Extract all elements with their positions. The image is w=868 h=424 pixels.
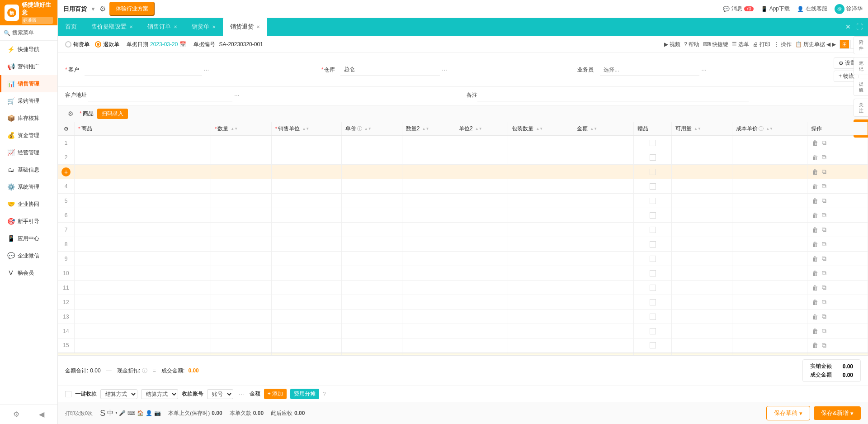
col-settings[interactable]: ⚙ [58,122,75,136]
row-price-12[interactable] [341,295,402,310]
row-qty2-10[interactable] [402,266,455,281]
price-sort[interactable]: ▲▼ [364,127,372,131]
row-available-6[interactable] [672,208,732,223]
prev-icon[interactable]: ◀ [826,41,830,48]
row-cost-6[interactable] [732,208,807,223]
delete-btn-11[interactable]: 🗑 [811,283,819,292]
gift-checkbox-7[interactable] [650,227,656,233]
row-available-1[interactable] [672,136,732,150]
calendar-icon[interactable]: 📅 [179,41,186,48]
tab-return-close[interactable]: ✕ [256,24,260,29]
help-btn[interactable]: ? 帮助 [684,41,699,48]
qty2-sort[interactable]: ▲▼ [422,127,429,131]
table-settings-icon[interactable]: ⚙ [65,108,76,119]
reminder-btn[interactable]: 提醒 [854,78,868,96]
sidebar-item-quick[interactable]: ⚡ 快捷导航 [0,41,57,58]
row-gift-10[interactable] [634,266,672,281]
row-unit2-4[interactable] [455,179,508,194]
row-goods-9[interactable] [75,252,211,266]
row-unit2-3[interactable] [455,165,508,179]
gift-checkbox-10[interactable] [650,270,656,276]
add-row-btn[interactable]: + [61,167,71,176]
row-qty-7[interactable] [211,223,271,237]
sidebar-search[interactable]: 🔍 搜索菜单 [0,25,57,41]
copy-btn-6[interactable]: ⧉ [821,210,827,220]
row-pkg-3[interactable] [508,165,573,179]
row-unit2-6[interactable] [455,208,508,223]
row-gift-9[interactable] [634,252,672,266]
settlement-select[interactable]: 结算方式 [100,389,137,399]
row-qty-11[interactable] [211,281,271,295]
gift-checkbox-13[interactable] [650,314,656,320]
row-price-13[interactable] [341,310,402,324]
row-unit-14[interactable] [271,324,341,338]
row-amount-11[interactable] [573,281,634,295]
one-click-checkbox[interactable] [65,391,71,397]
address-input[interactable] [88,89,232,101]
delete-btn-5[interactable]: 🗑 [811,196,819,205]
sidebar-item-guide[interactable]: 🎯 新手引导 [0,213,57,230]
row-qty-2[interactable] [211,150,271,165]
warehouse-input[interactable] [340,63,440,76]
row-goods-3[interactable] [75,165,211,179]
pkg-sort[interactable]: ▲▼ [536,127,543,131]
radio-return[interactable]: 退款单 [95,41,119,48]
row-price-8[interactable] [341,237,402,252]
sidebar-item-inventory[interactable]: 📦 库存核算 [0,110,57,127]
row-unit-6[interactable] [271,208,341,223]
sidebar-item-basic[interactable]: 🗂 基础信息 [0,161,57,178]
row-unit-11[interactable] [271,281,341,295]
row-price-15[interactable] [341,338,402,353]
row-available-8[interactable] [672,237,732,252]
tab-order[interactable]: 销售订单 ✕ [140,18,184,36]
gift-checkbox-3[interactable] [650,169,656,175]
copy-btn-4[interactable]: ⧉ [821,181,827,191]
row-unit-10[interactable] [271,266,341,281]
remark-input[interactable] [477,89,749,101]
sidebar-item-sales[interactable]: 📊 销售管理 [0,75,57,92]
row-cost-4[interactable] [732,179,807,194]
row-pkg-9[interactable] [508,252,573,266]
row-amount-8[interactable] [573,237,634,252]
chevron-down-icon2[interactable]: ▾ [850,410,854,417]
row-qty2-9[interactable] [402,252,455,266]
gift-checkbox-11[interactable] [650,285,656,291]
row-amount-6[interactable] [573,208,634,223]
row-unit-3[interactable] [271,165,341,179]
col-settings-icon[interactable]: ⚙ [64,126,69,132]
row-unit2-8[interactable] [455,237,508,252]
tab-price[interactable]: 售价提取设置 ✕ [84,18,140,36]
delete-btn-14[interactable]: 🗑 [811,327,819,336]
row-cost-11[interactable] [732,281,807,295]
tab-order-close[interactable]: ✕ [174,24,177,29]
copy-btn-5[interactable]: ⧉ [821,196,827,205]
row-gift-7[interactable] [634,223,672,237]
row-qty-5[interactable] [211,194,271,208]
row-goods-2[interactable] [75,150,211,165]
tab-price-close[interactable]: ✕ [129,24,133,29]
tab-expand[interactable]: ⛶ [854,22,864,31]
delete-btn-15[interactable]: 🗑 [811,341,819,350]
row-pkg-15[interactable] [508,338,573,353]
row-unit-4[interactable] [271,179,341,194]
row-pkg-13[interactable] [508,310,573,324]
discount-info-icon[interactable]: ⓘ [142,367,147,375]
row-qty-8[interactable] [211,237,271,252]
row-goods-15[interactable] [75,338,211,353]
row-gift-2[interactable] [634,150,672,165]
row-unit-7[interactable] [271,223,341,237]
row-qty-6[interactable] [211,208,271,223]
row-price-10[interactable] [341,266,402,281]
row-pkg-8[interactable] [508,237,573,252]
gift-checkbox-2[interactable] [650,154,656,161]
row-unit-15[interactable] [271,338,341,353]
row-amount-15[interactable] [573,338,634,353]
sidebar-item-marketing[interactable]: 📢 营销推广 [0,58,57,75]
row-goods-8[interactable] [75,237,211,252]
calc-select[interactable]: 结算方式 [141,389,178,399]
customer-input[interactable] [85,63,202,76]
next-icon[interactable]: ▶ [832,41,836,48]
copy-btn-3[interactable]: ⧉ [821,167,827,176]
gift-checkbox-12[interactable] [650,299,656,305]
row-goods-1[interactable] [75,136,211,150]
